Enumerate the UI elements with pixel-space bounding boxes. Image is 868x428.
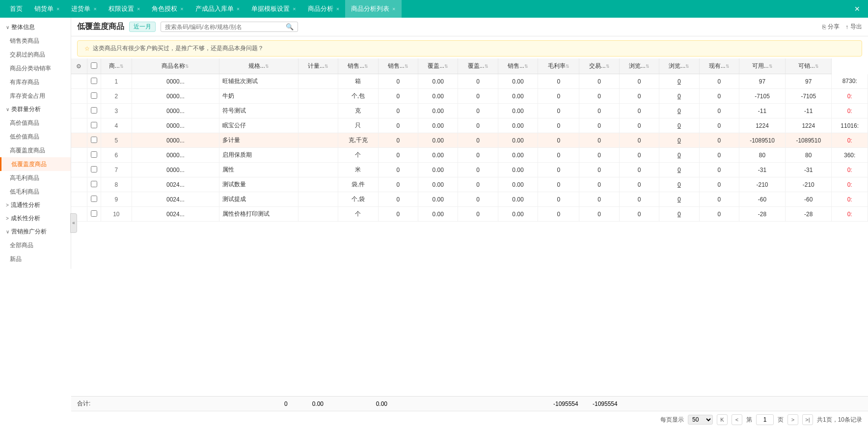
row-available-stock: -1089510 xyxy=(786,133,832,148)
sort-icon: ⇅ xyxy=(524,64,528,69)
close-icon[interactable]: × xyxy=(392,0,395,18)
row-browse2: 0 xyxy=(699,74,739,89)
row-available-stock: 1224 xyxy=(786,118,832,133)
row-select-checkbox[interactable] xyxy=(91,166,97,172)
sidebar-item-all-goods[interactable]: 全部商品 xyxy=(0,238,71,252)
settings-icon[interactable]: ⚙ xyxy=(76,63,81,70)
row-select-checkbox[interactable] xyxy=(91,181,97,187)
nav-product-analysis-list[interactable]: 商品分析列表 × xyxy=(345,0,401,18)
sidebar-section-growth[interactable]: > 成长性分析 xyxy=(0,212,71,225)
nav-permissions[interactable]: 权限设置 × xyxy=(103,0,146,18)
cover1-col-header: 覆盖...⇅ xyxy=(418,58,458,74)
sidebar-collapse-button[interactable]: « xyxy=(70,213,77,233)
row-current-stock: 1224 xyxy=(739,118,785,133)
close-icon[interactable]: × xyxy=(93,0,96,18)
sidebar-section-marketing[interactable]: ∨ 营销推广分析 xyxy=(0,225,71,238)
next-page-button[interactable]: > xyxy=(787,414,798,425)
row-browse1[interactable]: 0 xyxy=(659,74,699,89)
last-page-button[interactable]: >| xyxy=(802,414,813,425)
close-icon[interactable]: × xyxy=(56,0,59,18)
row-browse1[interactable]: 0 xyxy=(659,148,699,163)
row-browse1[interactable]: 0 xyxy=(659,89,699,104)
row-cover2: 0.00 xyxy=(498,104,538,118)
row-trade: 0 xyxy=(619,207,659,222)
close-icon[interactable]: × xyxy=(293,0,296,18)
row-browse1[interactable]: 0 xyxy=(659,118,699,133)
per-page-select[interactable]: 50 20 100 200 xyxy=(688,415,713,425)
row-settings xyxy=(71,104,87,118)
close-icon[interactable]: × xyxy=(137,0,140,18)
row-browse1[interactable]: 0 xyxy=(659,207,699,222)
prev-page-button[interactable]: < xyxy=(732,414,742,425)
row-select-checkbox[interactable] xyxy=(91,92,97,99)
sidebar-item-stock-goods[interactable]: 有库存商品 xyxy=(0,75,71,89)
nav-product-analysis[interactable]: 商品分析 × xyxy=(302,0,345,18)
header-actions: ⎘ 分享 ↑ 导出 xyxy=(822,23,862,31)
summary-cover2: 0.00 xyxy=(364,400,399,407)
row-browse1[interactable]: 0 xyxy=(659,163,699,177)
nav-template-settings[interactable]: 单据模板设置 × xyxy=(245,0,301,18)
row-browse1[interactable]: 0 xyxy=(659,192,699,207)
window-close-button[interactable]: ✕ xyxy=(850,5,864,13)
sidebar-item-traded-goods[interactable]: 交易过的商品 xyxy=(0,48,71,61)
row-number: 6 xyxy=(101,148,132,163)
first-page-button[interactable]: K xyxy=(717,414,728,425)
export-button[interactable]: ↑ 导出 xyxy=(845,23,862,31)
row-select-checkbox[interactable] xyxy=(91,137,97,143)
sidebar-item-new-goods[interactable]: 新品 xyxy=(0,252,71,266)
row-sales-amt: 0.00 xyxy=(418,74,458,89)
sidebar-item-stock-capital[interactable]: 库存资金占用 xyxy=(0,89,71,103)
content-header: 低覆盖度商品 近一月 🔍 ⎘ 分享 ↑ 导出 xyxy=(71,18,868,36)
row-trade: 0 xyxy=(619,104,659,118)
sidebar-item-sales-goods[interactable]: 销售类商品 xyxy=(0,34,71,48)
row-number: 10 xyxy=(101,207,132,222)
row-settings xyxy=(71,192,87,207)
share-button[interactable]: ⎘ 分享 xyxy=(822,23,840,31)
sidebar-item-low-value[interactable]: 低价值商品 xyxy=(0,130,71,143)
nav-roles[interactable]: 角色授权 × xyxy=(146,0,189,18)
sidebar-section-cluster[interactable]: ∨ 类群量分析 xyxy=(0,103,71,116)
sidebar-item-low-coverage[interactable]: 低覆盖度商品 xyxy=(0,157,71,171)
nav-purchase-order[interactable]: 进货单 × xyxy=(65,0,102,18)
page-number-input[interactable] xyxy=(756,414,774,425)
row-spec xyxy=(298,133,338,148)
search-box[interactable]: 🔍 xyxy=(161,22,298,32)
row-spec xyxy=(298,89,338,104)
sidebar-item-high-coverage[interactable]: 高覆盖度商品 xyxy=(0,143,71,157)
nav-finished-goods[interactable]: 产成品入库单 × xyxy=(190,0,245,18)
row-sales-qty: 0 xyxy=(378,118,418,133)
sidebar-item-high-value[interactable]: 高价值商品 xyxy=(0,116,71,130)
row-select-checkbox[interactable] xyxy=(91,210,97,217)
sidebar-item-low-profit[interactable]: 低毛利商品 xyxy=(0,185,71,199)
select-all-checkbox[interactable] xyxy=(91,62,97,69)
row-number: 9 xyxy=(101,192,132,207)
close-icon[interactable]: × xyxy=(237,0,240,18)
row-select-checkbox[interactable] xyxy=(91,122,97,128)
nav-sales-order[interactable]: 销货单 × xyxy=(28,0,65,18)
table-row: 9 0024... 测试提成 个,袋 0 0.00 0 0.00 0 0 0 0… xyxy=(71,192,868,207)
row-browse1[interactable]: 0 xyxy=(659,104,699,118)
row-select-checkbox[interactable] xyxy=(91,107,97,114)
sidebar-section-overall[interactable]: ∨ 整体信息 xyxy=(0,21,71,34)
nav-home[interactable]: 首页 xyxy=(4,0,28,18)
sidebar-item-high-profit[interactable]: 高毛利商品 xyxy=(0,171,71,185)
row-trade: 0 xyxy=(619,148,659,163)
table-row: 2 0000... 牛奶 个,包 0 0.00 0 0.00 0 0 0 0 0… xyxy=(71,89,868,104)
close-icon[interactable]: × xyxy=(180,0,183,18)
row-sales3: 0 xyxy=(538,118,579,133)
row-browse1[interactable]: 0 xyxy=(659,133,699,148)
search-icon: 🔍 xyxy=(286,23,294,30)
close-icon[interactable]: × xyxy=(336,0,339,18)
row-browse1[interactable]: 0 xyxy=(659,177,699,192)
search-input[interactable] xyxy=(165,24,284,30)
row-sales3: 0 xyxy=(538,104,579,118)
row-sales3: 0 xyxy=(538,163,579,177)
row-select-checkbox[interactable] xyxy=(91,78,97,84)
row-select-checkbox[interactable] xyxy=(91,151,97,158)
row-gross-margin: 0 xyxy=(579,104,619,118)
period-tag[interactable]: 近一月 xyxy=(129,22,156,32)
sidebar-item-category-rate[interactable]: 商品分类动销率 xyxy=(0,61,71,75)
sidebar-section-circulation[interactable]: > 流通性分析 xyxy=(0,199,71,212)
sort-icon: ⇅ xyxy=(265,64,269,69)
row-select-checkbox[interactable] xyxy=(91,196,97,202)
